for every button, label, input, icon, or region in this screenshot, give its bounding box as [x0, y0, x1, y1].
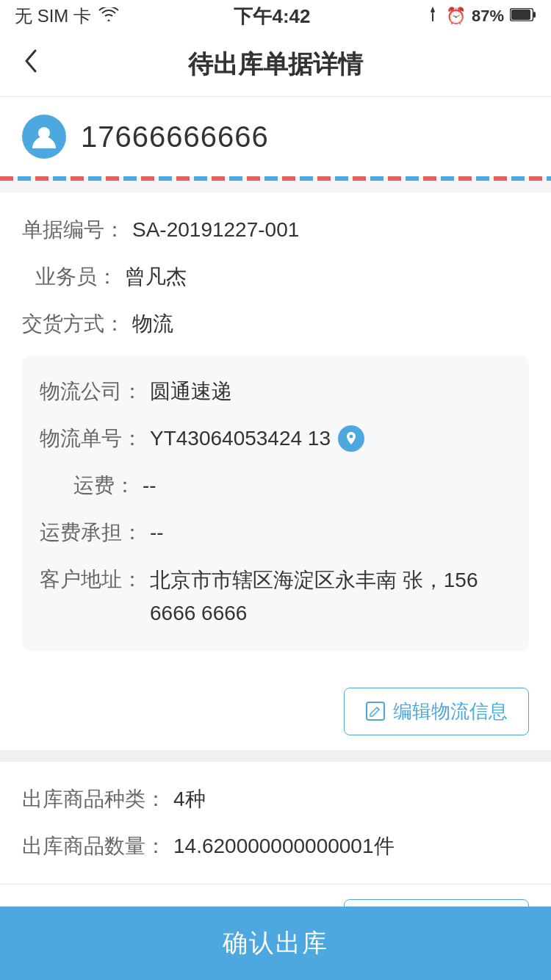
dashed-divider — [0, 176, 551, 181]
tracking-number-label: 物流单号： — [40, 423, 150, 454]
delivery-method-label: 交货方式： — [22, 309, 132, 339]
document-number-label: 单据编号： — [22, 215, 132, 245]
edit-logistics-label: 编辑物流信息 — [393, 699, 508, 724]
edit-logistics-button[interactable]: 编辑物流信息 — [344, 688, 529, 735]
basic-info-section: 单据编号： SA-20191227-001 业务员： 曾凡杰 交货方式： 物流 … — [0, 192, 551, 673]
location-signal-icon — [425, 6, 440, 26]
freight-label: 运费： — [40, 470, 143, 501]
back-button[interactable] — [22, 46, 40, 82]
logistics-company-value: 圆通速递 — [150, 376, 511, 407]
delivery-method-row: 交货方式： 物流 — [22, 309, 529, 339]
nav-bar: 待出库单据详情 — [0, 32, 551, 97]
phone-header: 17666666666 — [0, 97, 551, 176]
logistics-company-label: 物流公司： — [40, 376, 150, 407]
phone-number: 17666666666 — [81, 120, 269, 154]
salesperson-row: 业务员： 曾凡杰 — [22, 262, 529, 292]
goods-section: 出库商品种类： 4种 出库商品数量： 14.620000000000001件 — [0, 762, 551, 884]
status-left: 无 SIM 卡 — [15, 4, 119, 28]
status-time: 下午4:42 — [234, 4, 310, 29]
svg-rect-1 — [533, 12, 536, 18]
logistics-card: 物流公司： 圆通速递 物流单号： YT43064053424 13 运费： -- — [22, 356, 529, 651]
carrier-label: 无 SIM 卡 — [15, 4, 91, 28]
delivery-method-value: 物流 — [132, 309, 529, 339]
battery-icon — [510, 7, 536, 26]
goods-quantity-label: 出库商品数量： — [22, 831, 173, 862]
document-number-value: SA-20191227-001 — [132, 215, 529, 245]
document-number-row: 单据编号： SA-20191227-001 — [22, 215, 529, 245]
goods-quantity-row: 出库商品数量： 14.620000000000001件 — [22, 831, 529, 862]
confirm-outbound-button[interactable]: 确认出库 — [0, 907, 551, 980]
goods-types-row: 出库商品种类： 4种 — [22, 784, 529, 815]
goods-types-value: 4种 — [173, 784, 206, 815]
status-right: ⏰ 87% — [425, 6, 536, 26]
freight-value: -- — [143, 470, 511, 501]
logistics-company-row: 物流公司： 圆通速递 — [40, 376, 511, 407]
confirm-btn-label: 确认出库 — [223, 926, 328, 960]
svg-rect-4 — [367, 702, 384, 720]
freight-row: 运费： -- — [40, 470, 511, 501]
map-pin-icon[interactable] — [338, 425, 364, 452]
freight-bearer-row: 运费承担： -- — [40, 517, 511, 548]
page-title: 待出库单据详情 — [188, 48, 363, 82]
tracking-number-row: 物流单号： YT43064053424 13 — [40, 423, 511, 454]
confirm-btn-wrap: 确认出库 — [0, 907, 551, 980]
svg-rect-2 — [511, 10, 530, 20]
wifi-icon — [98, 6, 119, 26]
tracking-number-value: YT43064053424 13 — [150, 423, 511, 454]
goods-types-label: 出库商品种类： — [22, 784, 173, 815]
freight-bearer-value: -- — [150, 517, 511, 548]
battery-text: 87% — [472, 7, 504, 26]
salesperson-value: 曾凡杰 — [125, 262, 529, 292]
freight-bearer-label: 运费承担： — [40, 517, 150, 548]
status-bar: 无 SIM 卡 下午4:42 ⏰ 87% — [0, 0, 551, 32]
address-label: 客户地址： — [40, 564, 150, 595]
salesperson-label: 业务员： — [22, 262, 125, 292]
goods-quantity-value: 14.620000000000001件 — [173, 831, 395, 862]
avatar — [22, 115, 66, 159]
address-value: 北京市市辖区海淀区永丰南 张，156 6666 6666 — [150, 564, 511, 630]
section-divider-1 — [0, 750, 551, 762]
alarm-icon: ⏰ — [446, 7, 466, 26]
edit-btn-row: 编辑物流信息 — [0, 673, 551, 750]
address-row: 客户地址： 北京市市辖区海淀区永丰南 张，156 6666 6666 — [40, 564, 511, 630]
